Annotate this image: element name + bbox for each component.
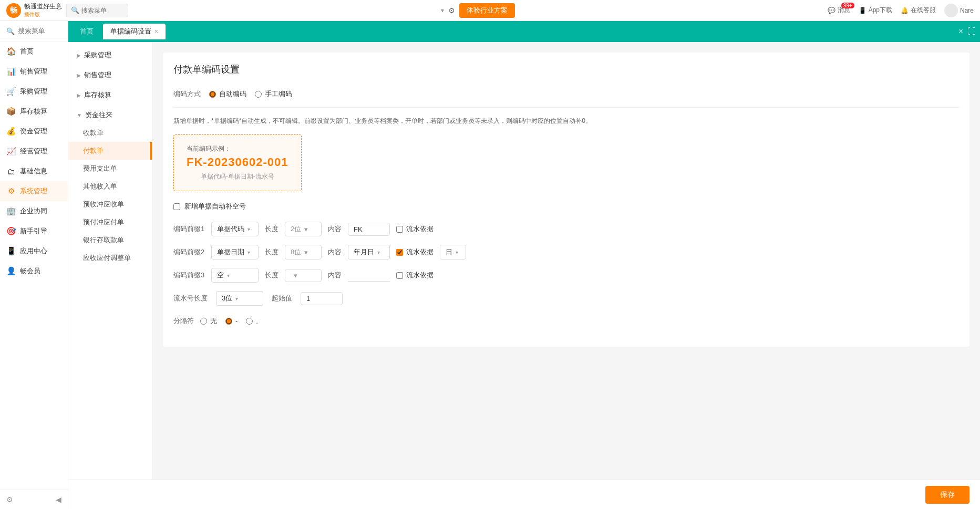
sub-sidebar-group-finance: ▼ 资金往来 收款单 付款单 费用支出单 其他收入单 预收冲应收单 预付冲应付单… [68,106,152,267]
gear-icon[interactable]: ⚙ [448,6,455,15]
encoding-method-row: 编码方式 自动编码 手工编码 [173,84,959,108]
chevron-down-icon: ▾ [304,248,308,256]
sidebar-item-sales[interactable]: 📊 销售管理 [0,61,68,81]
service-button[interactable]: 🔔 在线客服 [901,6,936,15]
tab-serial-label: 单据编码设置 [110,27,151,36]
sidebar-company-label: 企业协同 [20,206,47,216]
chevron-down-icon[interactable]: ▾ [441,7,444,14]
sidebar-purchase-label: 采购管理 [20,87,47,96]
tab-home[interactable]: 首页 [73,24,101,39]
topbar-search[interactable]: 🔍 [66,4,128,17]
start-value-input[interactable] [301,292,343,305]
length2-label: 长度 [265,247,278,257]
sub-sidebar-item-advance-collect[interactable]: 预收冲应收单 [68,195,152,213]
sep-none-option[interactable]: 无 [200,316,217,326]
prefix2-select[interactable]: 单据日期 ▾ [211,245,259,259]
content3-input[interactable] [348,269,390,282]
auto-encode-radio[interactable] [209,91,216,98]
sidebar-item-member[interactable]: 👤 畅会员 [0,261,68,281]
tab-serial-settings[interactable]: 单据编码设置 × [103,24,166,39]
sidebar-operation-label: 经营管理 [20,147,47,156]
stream2-checkbox-item: 流水依据 [396,247,434,257]
sidebar-search[interactable]: 🔍 搜索菜单 [0,21,68,41]
separator-row: 分隔符 无 - . [173,316,959,326]
content2-select[interactable]: 年月日 ▾ [348,245,390,259]
preview-desc: 单据代码-单据日期-流水号 [187,172,288,181]
stream2-period-select[interactable]: 日 ▾ [440,245,466,259]
sidebar-item-inventory[interactable]: 📦 库存核算 [0,101,68,121]
length2-select[interactable]: 8位 ▾ [285,245,322,259]
prefix1-select[interactable]: 单据代码 ▾ [211,222,259,236]
auto-fill-checkbox[interactable] [173,203,180,210]
sidebar-item-operation[interactable]: 📈 经营管理 [0,141,68,161]
encoding-method-label: 编码方式 [173,89,201,99]
user-avatar[interactable]: Nare [944,4,974,17]
prefix-row-1: 编码前缀1 单据代码 ▾ 长度 2位 ▾ 内容 [173,222,959,236]
sub-sidebar-inventory-header[interactable]: ▶ 库存核算 [68,86,152,104]
stream1-checkbox[interactable] [396,226,403,233]
collapse-icon[interactable]: ◀ [56,495,61,504]
auto-encode-option[interactable]: 自动编码 [209,89,246,99]
sub-sidebar-item-receipt[interactable]: 收款单 [68,124,152,142]
search-input[interactable] [81,7,123,14]
sub-sidebar-purchase-header[interactable]: ▶ 采购管理 [68,46,152,64]
length3-select[interactable]: ▾ [285,269,322,282]
sep-none-label: 无 [210,316,217,326]
length1-select[interactable]: 2位 ▾ [285,222,322,236]
message-badge: 99+ [841,3,854,8]
logo-icon: 畅 [6,3,21,18]
sub-sidebar-sales-header[interactable]: ▶ 销售管理 [68,66,152,84]
sub-sidebar-item-bank-deposit[interactable]: 银行存取款单 [68,231,152,249]
logo-sub: 插件版 [24,11,62,18]
sub-sidebar-item-payment[interactable]: 付款单 [68,142,152,160]
message-button[interactable]: 💬 消息 99+ [828,6,850,15]
sidebar-item-app[interactable]: 📱 应用中心 [0,241,68,261]
settings-icon[interactable]: ⚙ [6,495,13,504]
sub-sidebar-item-other-income[interactable]: 其他收入单 [68,178,152,195]
stream3-checkbox[interactable] [396,272,403,279]
trial-button[interactable]: 体验行业方案 [459,3,515,18]
stream2-checkbox[interactable] [396,249,403,256]
sidebar-item-home[interactable]: 🏠 首页 [0,41,68,61]
finance-icon: 💰 [6,127,16,136]
sep-dot-option[interactable]: . [246,317,258,325]
save-button[interactable]: 保存 [925,486,969,504]
sub-sidebar-item-ar-ap-adjust[interactable]: 应收应付调整单 [68,249,152,267]
sidebar-item-finance[interactable]: 💰 资金管理 [0,121,68,141]
tabbar: 首页 单据编码设置 × × ⛶ [68,21,980,42]
sub-sidebar-item-advance-pay[interactable]: 预付冲应付单 [68,213,152,231]
service-label: 在线客服 [911,6,936,15]
close-window-icon[interactable]: × [958,27,963,36]
tab-close-icon[interactable]: × [154,28,158,35]
manual-encode-option[interactable]: 手工编码 [255,89,292,99]
chevron-down-icon: ▾ [377,250,380,255]
content2-label: 内容 [328,247,342,257]
download-button[interactable]: 📱 App下载 [859,6,892,15]
sidebar-item-company[interactable]: 🏢 企业协同 [0,201,68,221]
sidebar-item-basic[interactable]: 🗂 基础信息 [0,161,68,181]
sidebar-item-guide[interactable]: 🎯 新手引导 [0,221,68,241]
fullscreen-icon[interactable]: ⛶ [967,27,976,36]
sep-dash-radio[interactable] [225,318,232,325]
stream3-label: 流水依据 [406,271,434,280]
avatar [944,4,958,17]
sep-none-radio[interactable] [200,318,207,325]
sidebar-finance-label: 资金管理 [20,127,47,136]
serial-length-select[interactable]: 3位 ▾ [216,291,263,306]
sub-sidebar-item-expense[interactable]: 费用支出单 [68,160,152,178]
sidebar-item-purchase[interactable]: 🛒 采购管理 [0,81,68,101]
sep-dot-radio[interactable] [246,318,253,325]
chevron-down-icon: ▾ [227,273,230,278]
sep-dash-option[interactable]: - [225,317,238,325]
length3-label: 长度 [265,271,278,280]
sub-sidebar-group-purchase: ▶ 采购管理 [68,46,152,64]
manual-encode-radio[interactable] [255,91,262,98]
sidebar-item-system[interactable]: ⚙ 系统管理 [0,181,68,201]
sidebar-system-label: 系统管理 [20,186,47,196]
prefix3-select[interactable]: 空 ▾ [211,268,259,283]
group-inventory-label: 库存核算 [84,90,111,100]
content1-input[interactable] [348,223,390,236]
sub-sidebar-finance-header[interactable]: ▼ 资金往来 [68,106,152,124]
auto-fill-row: 新增单据自动补空号 [173,202,959,211]
auto-fill-label: 新增单据自动补空号 [184,202,246,211]
